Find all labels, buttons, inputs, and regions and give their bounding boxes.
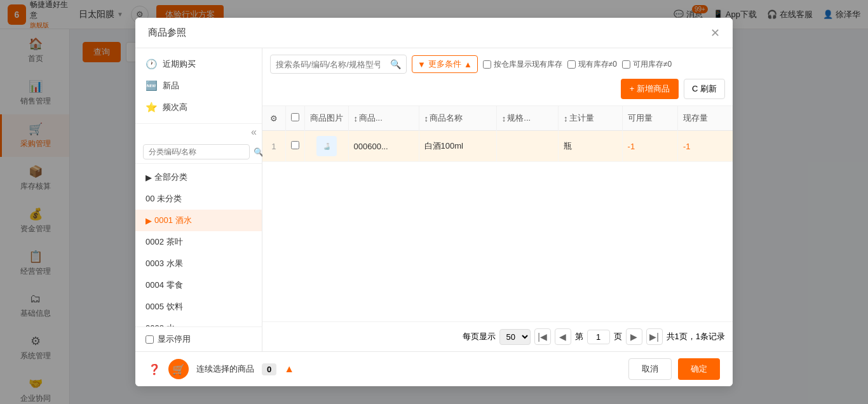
page-size-select[interactable]: 50 bbox=[499, 329, 531, 345]
th-code[interactable]: ↕ 商品... bbox=[348, 106, 419, 131]
th-settings[interactable]: ⚙ bbox=[262, 106, 285, 131]
category-item-0008[interactable]: 0008 水 bbox=[135, 318, 262, 327]
row-checkbox[interactable] bbox=[291, 141, 299, 149]
product-search-icon[interactable]: 🔍 bbox=[385, 59, 406, 69]
product-reference-modal: 商品参照 ✕ 🕐 近期购买 🆕 新品 ⭐ bbox=[135, 18, 733, 386]
category-item-00[interactable]: 00 未分类 bbox=[135, 188, 262, 210]
row-unit: 瓶 bbox=[559, 131, 623, 162]
th-unit[interactable]: ↕ 主计量 bbox=[559, 106, 623, 131]
warehouse-display-checkbox-label[interactable]: 按仓库显示现有库存 bbox=[483, 59, 562, 70]
shortcut-new[interactable]: 🆕 新品 bbox=[135, 75, 262, 97]
category-item-0001[interactable]: ▶ 0001 酒水 bbox=[135, 210, 262, 231]
add-product-button[interactable]: + 新增商品 bbox=[621, 79, 679, 99]
row-available: -1 bbox=[622, 131, 677, 162]
category-search-input[interactable] bbox=[143, 144, 250, 159]
th-available[interactable]: 可用量 bbox=[622, 106, 677, 131]
show-disabled-label[interactable]: 显示停用 bbox=[158, 333, 191, 345]
sort-spec-icon: ↕ bbox=[502, 114, 506, 123]
stock-ne0-checkbox-label[interactable]: 现有库存≠0 bbox=[567, 59, 617, 70]
filter-up-icon: ▲ bbox=[464, 60, 472, 69]
frequent-icon: ⭐ bbox=[146, 102, 158, 113]
left-panel: 🕐 近期购买 🆕 新品 ⭐ 频次高 « bbox=[135, 48, 262, 351]
row-spec bbox=[496, 131, 558, 162]
modal-title: 商品参照 bbox=[148, 27, 186, 39]
next-page-btn[interactable]: ▶ bbox=[626, 328, 642, 345]
collapse-left-icon: « bbox=[251, 126, 257, 138]
recent-icon: 🕐 bbox=[146, 58, 158, 70]
page-suffix: 页 bbox=[614, 331, 622, 342]
th-spec[interactable]: ↕ 规格... bbox=[496, 106, 558, 131]
table-header-row: ⚙ 商品图片 ↕ 商品... bbox=[262, 106, 733, 131]
category-all[interactable]: ▶ 全部分类 bbox=[135, 166, 262, 188]
show-disabled-checkbox[interactable] bbox=[146, 335, 154, 344]
more-filter-button[interactable]: ▼ 更多条件 ▲ bbox=[412, 55, 478, 73]
category-item-0003[interactable]: 0003 水果 bbox=[135, 253, 262, 274]
row-code: 000600... bbox=[348, 131, 419, 162]
modal-close-icon[interactable]: ✕ bbox=[710, 27, 720, 39]
available-ne0-checkbox-label[interactable]: 可用库存≠0 bbox=[622, 59, 672, 70]
sort-unit-icon: ↕ bbox=[564, 114, 568, 123]
modal-header: 商品参照 ✕ bbox=[135, 18, 733, 48]
collapse-panel-btn[interactable]: « bbox=[135, 124, 262, 140]
shortcut-recent[interactable]: 🕐 近期购买 bbox=[135, 53, 262, 75]
sort-icon: ↕ bbox=[354, 114, 358, 123]
row-image: 🍶 bbox=[304, 131, 348, 162]
product-thumbnail: 🍶 bbox=[316, 136, 337, 156]
table-row[interactable]: 1 🍶 000600... 白酒100ml 瓶 bbox=[262, 131, 733, 162]
continuous-select-label: 连续选择的商品 bbox=[196, 363, 254, 375]
selected-count-badge: 0 bbox=[262, 363, 276, 375]
modal-body: 🕐 近期购买 🆕 新品 ⭐ 频次高 « bbox=[135, 48, 733, 351]
th-current[interactable]: 现存量 bbox=[677, 106, 733, 131]
shortcut-frequent[interactable]: ⭐ 频次高 bbox=[135, 97, 262, 118]
search-box: 🔍 bbox=[270, 55, 407, 74]
category-item-0002[interactable]: 0002 茶叶 bbox=[135, 231, 262, 253]
shortcuts-section: 🕐 近期购买 🆕 新品 ⭐ 频次高 bbox=[135, 48, 262, 124]
row-current: -1 bbox=[677, 131, 733, 162]
table-area: ⚙ 商品图片 ↕ 商品... bbox=[262, 106, 733, 321]
page-label: 第 bbox=[575, 331, 583, 342]
first-page-btn[interactable]: |◀ bbox=[534, 328, 551, 345]
category-item-0005[interactable]: 0005 饮料 bbox=[135, 296, 262, 318]
category-item-0004[interactable]: 0004 零食 bbox=[135, 274, 262, 296]
th-image: 商品图片 bbox=[304, 106, 348, 131]
th-checkbox[interactable] bbox=[285, 106, 304, 131]
page-size-label: 每页显示 bbox=[463, 331, 496, 342]
category-active-icon: ▶ bbox=[146, 216, 152, 226]
available-ne0-checkbox[interactable] bbox=[622, 60, 630, 69]
category-expand-icon: ▶ bbox=[146, 173, 152, 182]
prev-page-btn[interactable]: ◀ bbox=[555, 328, 571, 345]
modal-overlay: 商品参照 ✕ 🕐 近期购买 🆕 新品 ⭐ bbox=[0, 0, 868, 404]
category-list: ▶ 全部分类 00 未分类 ▶ 0001 酒水 0002 茶叶 0003 水果 bbox=[135, 164, 262, 327]
toolbar-row: 🔍 ▼ 更多条件 ▲ 按仓库显示现有库存 现有库存≠0 bbox=[262, 48, 733, 106]
refresh-button[interactable]: C 刷新 bbox=[684, 79, 725, 99]
warehouse-display-checkbox[interactable] bbox=[483, 60, 491, 69]
category-search-area: 🔍 bbox=[135, 140, 262, 164]
total-text: 共1页，1条记录 bbox=[667, 331, 725, 342]
modal-footer: ❓ 🛒 连续选择的商品 0 ▲ 取消 确定 bbox=[135, 351, 733, 386]
confirm-button[interactable]: 确定 bbox=[678, 358, 720, 380]
row-checkbox-cell[interactable] bbox=[285, 131, 304, 162]
page-number-input[interactable] bbox=[587, 330, 610, 344]
left-panel-footer: 显示停用 bbox=[135, 327, 262, 351]
product-table: ⚙ 商品图片 ↕ 商品... bbox=[262, 106, 733, 162]
toolbar-right: + 新增商品 C 刷新 bbox=[621, 79, 725, 99]
product-search-input[interactable] bbox=[271, 60, 385, 69]
th-name[interactable]: ↕ 商品名称 bbox=[419, 106, 496, 131]
collapse-footer-icon[interactable]: ▲ bbox=[284, 363, 294, 375]
row-name: 白酒100ml bbox=[419, 131, 496, 162]
sort-name-icon: ↕ bbox=[424, 114, 429, 123]
filter-icon: ▼ bbox=[417, 60, 426, 69]
row-num: 1 bbox=[262, 131, 285, 162]
pagination-row: 每页显示 50 |◀ ◀ 第 页 ▶ ▶| 共1页，1条记录 bbox=[262, 321, 733, 351]
stock-ne0-checkbox[interactable] bbox=[567, 60, 576, 69]
select-all-checkbox[interactable] bbox=[291, 113, 299, 121]
right-panel: 🔍 ▼ 更多条件 ▲ 按仓库显示现有库存 现有库存≠0 bbox=[262, 48, 733, 351]
footer-right: 取消 确定 bbox=[628, 358, 720, 380]
cancel-button[interactable]: 取消 bbox=[628, 358, 672, 380]
last-page-btn[interactable]: ▶| bbox=[646, 328, 663, 345]
new-icon: 🆕 bbox=[146, 80, 158, 91]
cart-icon[interactable]: 🛒 bbox=[168, 359, 189, 379]
help-icon[interactable]: ❓ bbox=[148, 363, 161, 375]
